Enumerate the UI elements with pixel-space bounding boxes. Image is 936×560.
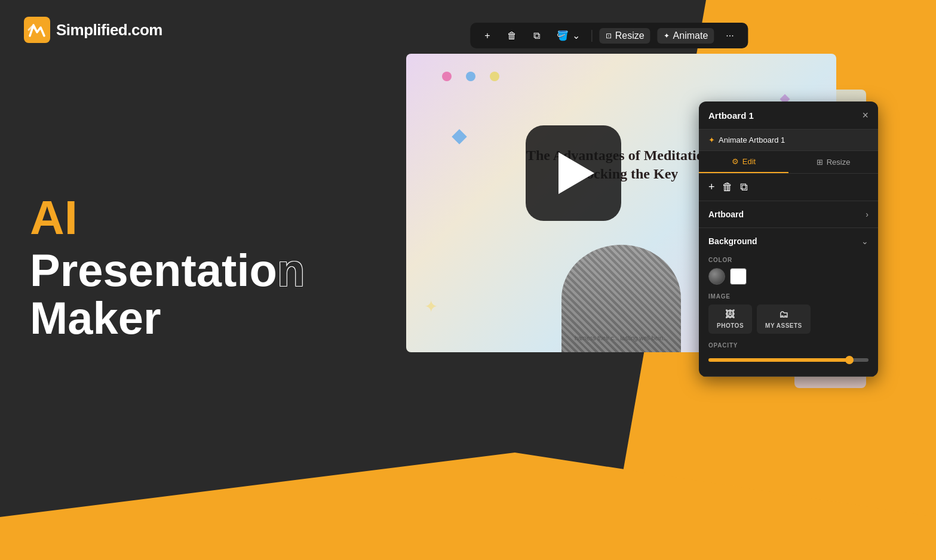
color-label: COLOR <box>708 257 869 263</box>
slide-dot-yellow <box>490 72 499 81</box>
gear-icon: ⚙ <box>732 157 739 166</box>
trash-icon-sm: 🗑 <box>722 181 733 193</box>
panel-title: Artboard 1 <box>708 110 754 121</box>
copy-icon: ⧉ <box>533 30 540 41</box>
background-section-content: COLOR IMAGE 🖼 PHOTOS 🗂 MY ASSETS <box>699 254 878 376</box>
toolbar-copy-button[interactable]: ⧉ <box>529 28 545 44</box>
toolbar-fill-button[interactable]: 🪣 ⌄ <box>552 27 585 44</box>
slide-diamond-blue <box>452 129 467 144</box>
opacity-slider-container <box>708 353 869 367</box>
mockup-area: + 🗑 ⧉ 🪣 ⌄ ⊡ Resize ✦ Animate ··· <box>406 54 936 560</box>
toolbar-animate-button[interactable]: ✦ Animate <box>658 28 714 44</box>
toolbar-delete-button[interactable]: 🗑 <box>502 28 521 44</box>
chevron-down-icon: ⌄ <box>861 236 869 246</box>
logo-area: Simplified.com <box>24 17 162 43</box>
tab-resize[interactable]: ⊞ Resize <box>788 151 878 173</box>
artboard-section-title: Artboard <box>708 210 744 219</box>
hero-ai-label: AI <box>30 194 305 242</box>
background-section-title: Background <box>708 236 757 246</box>
panel-actions: + 🗑 ⧉ <box>699 174 878 201</box>
copy-icon-sm: ⧉ <box>740 181 748 193</box>
panel-animate-btn[interactable]: ✦ Animate Artboard 1 <box>699 130 878 151</box>
slide-dot-blue <box>466 72 475 81</box>
photos-icon: 🖼 <box>725 309 735 320</box>
logo-icon <box>24 17 50 43</box>
chevron-down-icon: ⌄ <box>572 30 580 41</box>
chevron-right-icon: › <box>866 210 869 219</box>
more-icon: ··· <box>726 30 734 41</box>
artboard-panel: Artboard 1 × ✦ Animate Artboard 1 ⚙ Edit… <box>699 101 878 377</box>
panel-delete-button[interactable]: 🗑 <box>722 181 733 193</box>
color-row <box>708 268 869 285</box>
animate-icon: ✦ <box>664 32 670 40</box>
section-background: Background ⌄ COLOR IMAGE 🖼 PHOTOS <box>699 228 878 377</box>
panel-add-button[interactable]: + <box>708 181 715 193</box>
panel-copy-button[interactable]: ⧉ <box>740 181 748 193</box>
color-swatch-white[interactable] <box>730 268 747 285</box>
tab-edit[interactable]: ⚙ Edit <box>699 151 788 173</box>
section-artboard: Artboard › <box>699 201 878 228</box>
photos-button[interactable]: 🖼 PHOTOS <box>708 304 752 334</box>
play-button[interactable] <box>526 125 621 221</box>
assets-icon: 🗂 <box>779 309 789 320</box>
resize-label: Resize <box>615 30 645 41</box>
image-row: 🖼 PHOTOS 🗂 MY ASSETS <box>708 304 869 334</box>
opacity-label: OPACITY <box>708 342 869 349</box>
wand-icon: ✦ <box>708 136 715 144</box>
resize-icon: ⊡ <box>606 32 612 40</box>
editor-toolbar: + 🗑 ⧉ 🪣 ⌄ ⊡ Resize ✦ Animate ··· <box>470 23 748 48</box>
toolbar-more-button[interactable]: ··· <box>721 28 738 44</box>
slide-star: ✦ <box>424 297 438 316</box>
toolbar-add-button[interactable]: + <box>480 28 495 44</box>
plus-icon-sm: + <box>708 181 715 193</box>
logo-text: Simplified.com <box>56 21 162 39</box>
hero-line2: Maker <box>30 294 305 342</box>
background-section-header[interactable]: Background ⌄ <box>699 228 878 254</box>
play-triangle-icon <box>558 152 594 194</box>
my-assets-button[interactable]: 🗂 MY ASSETS <box>757 304 811 334</box>
fill-bucket-icon: 🪣 <box>557 30 569 41</box>
hero-content: AI Presentation Maker <box>30 194 305 342</box>
image-label: IMAGE <box>708 293 869 300</box>
plus-icon: + <box>484 30 490 41</box>
trash-icon: 🗑 <box>507 30 517 41</box>
panel-header: Artboard 1 × <box>699 101 878 130</box>
opacity-slider[interactable] <box>708 358 869 362</box>
toolbar-resize-button[interactable]: ⊡ Resize <box>600 28 650 44</box>
panel-tabs: ⚙ Edit ⊞ Resize <box>699 151 878 174</box>
slide-dot-pink <box>442 72 452 81</box>
animate-label: Animate <box>673 30 708 41</box>
color-swatch-globe[interactable] <box>708 268 725 285</box>
hero-line1: Presentation <box>30 247 305 294</box>
artboard-section-header[interactable]: Artboard › <box>699 201 878 227</box>
frame-icon: ⊞ <box>817 158 823 167</box>
toolbar-separator <box>592 30 593 42</box>
panel-close-button[interactable]: × <box>862 110 869 121</box>
slide-bottom-text: harness their c... lasting well-bein... <box>547 335 696 341</box>
